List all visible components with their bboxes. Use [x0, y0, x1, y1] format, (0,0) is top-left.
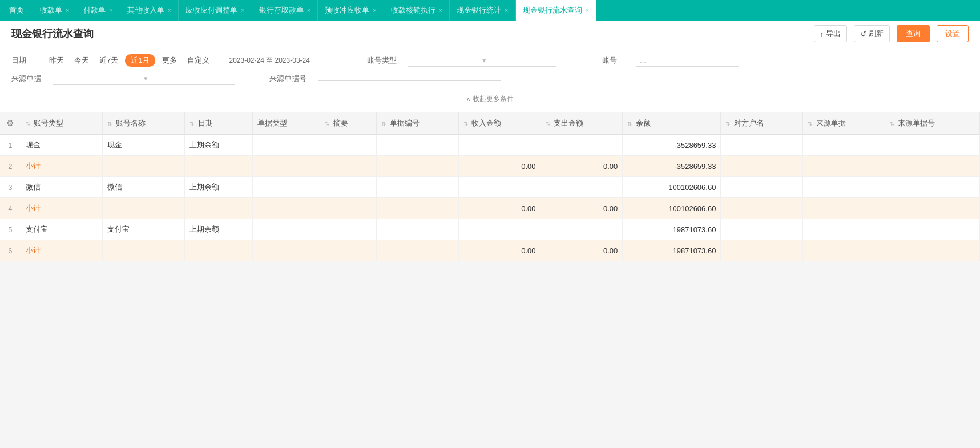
collapse-bar[interactable]: ∧ 收起更多条件 [11, 91, 969, 105]
date-opt-7days[interactable]: 近7天 [96, 54, 122, 67]
table-container: ⚙ ⇅ 账号类型 ⇅ 账号名称 ⇅ 日期 单据类型 ⇅ [0, 112, 980, 261]
close-icon[interactable]: × [241, 7, 244, 14]
sort-icon[interactable]: ⇅ [189, 120, 194, 127]
source-doc-label: 来源单据 [11, 74, 41, 84]
sort-icon[interactable]: ⇅ [381, 120, 386, 127]
table-cell [377, 219, 459, 240]
table-cell [320, 177, 377, 198]
table-cell: 小计 [21, 156, 103, 177]
table-cell [252, 219, 320, 240]
account-type-select[interactable]: ▾ [408, 54, 556, 67]
close-icon[interactable]: × [66, 7, 69, 14]
table-cell [103, 156, 185, 177]
sort-icon[interactable]: ⇅ [627, 120, 632, 127]
table-cell [885, 177, 979, 198]
col-counterpart: ⇅ 对方户名 [721, 112, 803, 135]
sort-icon[interactable]: ⇅ [107, 120, 112, 127]
table-cell: 支付宝 [103, 219, 185, 240]
account-select[interactable]: ... [636, 54, 739, 67]
table-cell: 19871073.60 [623, 219, 721, 240]
table-cell: 0.00 [541, 156, 623, 177]
table-row: 5支付宝支付宝上期余额19871073.60 [0, 219, 980, 240]
table-cell [885, 156, 979, 177]
account-type-label: 账号类型 [367, 55, 397, 66]
table-cell: 微信 [21, 177, 103, 198]
table-cell: 上期余额 [184, 219, 252, 240]
close-icon[interactable]: × [439, 7, 442, 14]
page-header: 现金银行流水查询 ↑ 导出 ↺ 刷新 查询 设置 [0, 21, 980, 47]
date-opt-today[interactable]: 今天 [71, 54, 92, 67]
table-cell [803, 177, 885, 198]
table-cell [803, 198, 885, 219]
col-summary: ⇅ 摘要 [320, 112, 377, 135]
table-cell [252, 177, 320, 198]
table-cell: 上期余额 [184, 135, 252, 156]
nav-tab-other-income[interactable]: 其他收入单 × [120, 0, 179, 21]
table-cell [377, 177, 459, 198]
close-icon[interactable]: × [586, 7, 589, 14]
nav-tab-advance[interactable]: 预收冲应收单 × [318, 0, 384, 21]
date-opt-1month[interactable]: 近1月 [125, 54, 155, 67]
nav-home[interactable]: 首页 [0, 0, 33, 21]
table-cell: -3528659.33 [623, 156, 721, 177]
nav-tab-adjustment[interactable]: 应收应付调整单 × [179, 0, 252, 21]
col-balance: ⇅ 余额 [623, 112, 721, 135]
nav-tab-receipt[interactable]: 收款单 × [33, 0, 76, 21]
table-cell: 4 [0, 198, 21, 219]
query-button[interactable]: 查询 [897, 25, 930, 42]
table-cell [252, 156, 320, 177]
table-cell [721, 156, 803, 177]
nav-tab-cashflow[interactable]: 现金银行流水查询 × [516, 0, 596, 21]
table-cell [885, 240, 979, 261]
table-body: 1现金现金上期余额-3528659.332小计0.000.00-3528659.… [0, 135, 980, 261]
gear-icon[interactable]: ⚙ [6, 118, 14, 128]
col-income: ⇅ 收入金额 [458, 112, 541, 135]
table-cell [184, 156, 252, 177]
sort-icon[interactable]: ⇅ [808, 120, 812, 127]
sort-icon[interactable]: ⇅ [463, 120, 468, 127]
nav-tab-statistics[interactable]: 现金银行统计 × [450, 0, 515, 21]
date-opt-more[interactable]: 更多 [159, 54, 180, 67]
sort-icon[interactable]: ⇅ [725, 120, 730, 127]
table-cell [103, 198, 185, 219]
close-icon[interactable]: × [505, 7, 508, 14]
settings-button[interactable]: 设置 [937, 25, 969, 42]
close-icon[interactable]: × [307, 7, 310, 14]
table-cell [252, 198, 320, 219]
table-cell: 小计 [21, 198, 103, 219]
table-header-row: ⚙ ⇅ 账号类型 ⇅ 账号名称 ⇅ 日期 单据类型 ⇅ [0, 112, 980, 135]
table-cell [103, 240, 185, 261]
table-cell: 0.00 [541, 198, 623, 219]
table-cell [885, 135, 979, 156]
table-cell: -3528659.33 [623, 135, 721, 156]
table-cell [458, 135, 541, 156]
date-opt-custom[interactable]: 自定义 [184, 54, 213, 67]
table-cell [721, 198, 803, 219]
source-doc-select[interactable]: ▾ [53, 72, 235, 85]
nav-tab-verification[interactable]: 收款核销执行 × [384, 0, 450, 21]
sort-icon[interactable]: ⇅ [890, 120, 894, 127]
export-button[interactable]: ↑ 导出 [814, 25, 848, 42]
sort-icon[interactable]: ⇅ [546, 120, 550, 127]
col-source-doc: ⇅ 来源单据 [803, 112, 885, 135]
nav-tab-payment[interactable]: 付款单 × [76, 0, 120, 21]
close-icon[interactable]: × [373, 7, 376, 14]
source-doc-num-input[interactable] [318, 77, 501, 81]
table-row: 6小计0.000.0019871073.60 [0, 240, 980, 261]
table-cell: 小计 [21, 240, 103, 261]
sort-icon[interactable]: ⇅ [26, 120, 30, 127]
table-cell [377, 135, 459, 156]
filter-row-1: 日期 昨天 今天 近7天 近1月 更多 自定义 2023-02-24 至 202… [11, 54, 969, 67]
refresh-button[interactable]: ↺ 刷新 [854, 25, 890, 42]
table-cell: 微信 [103, 177, 185, 198]
table-cell [184, 198, 252, 219]
ellipsis-label: ... [640, 56, 736, 64]
close-icon[interactable]: × [168, 7, 171, 14]
close-icon[interactable]: × [109, 7, 112, 14]
table-cell [320, 219, 377, 240]
col-expense: ⇅ 支出金额 [541, 112, 623, 135]
nav-tab-bank-deposit[interactable]: 银行存取款单 × [252, 0, 318, 21]
table-row: 1现金现金上期余额-3528659.33 [0, 135, 980, 156]
date-opt-yesterday[interactable]: 昨天 [46, 54, 67, 67]
sort-icon[interactable]: ⇅ [325, 120, 329, 127]
